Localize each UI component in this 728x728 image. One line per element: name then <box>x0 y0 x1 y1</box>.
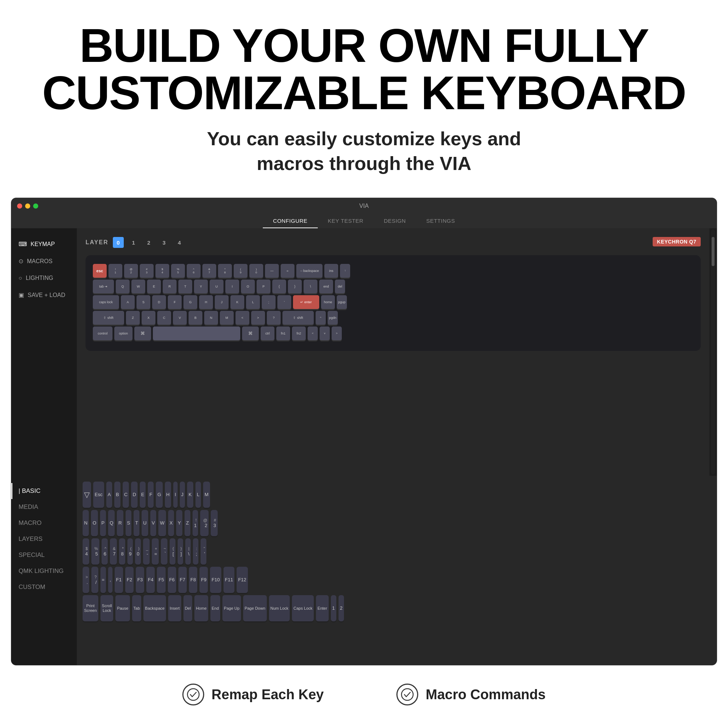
grid-key-e[interactable]: E <box>140 482 146 508</box>
maximize-dot[interactable] <box>33 203 38 209</box>
grid-key-n[interactable]: N <box>83 510 89 536</box>
key-enter[interactable]: ↵ enter <box>293 295 319 309</box>
scrollbar[interactable] <box>711 230 715 474</box>
grid-key-f4[interactable]: F4 <box>146 567 155 593</box>
grid-key-numlock[interactable]: Num Lock <box>269 595 290 621</box>
grid-key-g[interactable]: G <box>156 482 162 508</box>
grid-key-pause[interactable]: Pause <box>115 595 130 621</box>
key-7[interactable]: &7 <box>202 264 216 278</box>
sidebar-item-keymap[interactable]: ⌨ KEYMAP <box>11 236 77 252</box>
key-cmd-left[interactable]: ⌘ <box>134 327 151 340</box>
grid-key-f1[interactable]: F1 <box>115 567 123 593</box>
grid-key-y[interactable]: Y <box>176 510 182 536</box>
key-5[interactable]: %5 <box>171 264 185 278</box>
grid-key-dquote[interactable]: "' <box>200 538 206 564</box>
key-fn1[interactable]: fn1 <box>276 327 290 340</box>
grid-key-empty[interactable]: ▽ <box>83 482 91 508</box>
layer-2[interactable]: 2 <box>144 237 154 248</box>
category-special[interactable]: SPECIAL <box>11 547 77 563</box>
key-3[interactable]: #3 <box>140 264 154 278</box>
key-lbracket[interactable]: { <box>272 280 286 294</box>
grid-key-end2[interactable]: End <box>210 595 220 621</box>
grid-key-f12[interactable]: F12 <box>237 567 248 593</box>
grid-key-colon[interactable]: :; <box>193 538 198 564</box>
layer-4[interactable]: 4 <box>174 237 185 248</box>
grid-key-o[interactable]: O <box>91 510 98 536</box>
grid-key-f[interactable]: F <box>148 482 154 508</box>
grid-key-langle[interactable]: >. <box>83 567 89 593</box>
key-del[interactable]: del <box>335 280 345 294</box>
key-home[interactable]: home <box>321 295 335 309</box>
key-y[interactable]: Y <box>194 280 208 294</box>
key-f[interactable]: F <box>168 295 182 309</box>
grid-key-plus[interactable]: += <box>152 538 158 564</box>
key-d[interactable]: D <box>152 295 166 309</box>
tab-configure[interactable]: CONFIGURE <box>263 214 318 228</box>
key-4[interactable]: $4 <box>155 264 169 278</box>
grid-key-insert[interactable]: Insert <box>168 595 181 621</box>
grid-key-home2[interactable]: Home <box>194 595 208 621</box>
key-cmd-right[interactable]: ⌘ <box>242 327 259 340</box>
grid-key-rbrace[interactable]: }] <box>177 538 184 564</box>
grid-key-at[interactable]: @2 <box>200 510 209 536</box>
grid-key-r[interactable]: R <box>117 510 123 536</box>
key-quote[interactable]: ' <box>277 295 291 309</box>
grid-key-equals2[interactable]: = <box>101 567 106 593</box>
grid-key-excl[interactable]: !1 <box>193 510 198 536</box>
key-ins[interactable]: ins <box>324 264 338 278</box>
key-m[interactable]: M <box>220 311 234 325</box>
grid-key-k[interactable]: K <box>187 482 193 508</box>
grid-key-d[interactable]: D <box>131 482 137 508</box>
key-slash[interactable]: ? <box>267 311 281 325</box>
key-e[interactable]: E <box>147 280 161 294</box>
key-up[interactable]: ^ <box>316 311 326 325</box>
category-macro[interactable]: MACRO <box>11 515 77 531</box>
sidebar-item-macros[interactable]: ⊙ MACROS <box>11 252 77 270</box>
key-q[interactable]: Q <box>116 280 130 294</box>
grid-key-j[interactable]: J <box>180 482 185 508</box>
key-s[interactable]: S <box>136 295 150 309</box>
key-z[interactable]: Z <box>126 311 140 325</box>
grid-key-question[interactable]: ?/ <box>91 567 98 593</box>
grid-key-u[interactable]: U <box>142 510 148 536</box>
key-9[interactable]: (9 <box>234 264 248 278</box>
grid-key-b[interactable]: B <box>114 482 121 508</box>
key-t[interactable]: T <box>178 280 192 294</box>
key-left[interactable]: < <box>307 327 318 340</box>
key-u[interactable]: U <box>210 280 223 294</box>
grid-key-del2[interactable]: Del <box>184 595 193 621</box>
key-8[interactable]: *8 <box>218 264 232 278</box>
key-fn2[interactable]: fn2 <box>292 327 306 340</box>
minimize-dot[interactable] <box>25 203 30 209</box>
grid-key-enter2[interactable]: Enter <box>316 595 328 621</box>
key-v[interactable]: V <box>173 311 187 325</box>
key-tab[interactable]: tab ⇥ <box>93 280 114 294</box>
key-backslash[interactable]: \ <box>304 280 317 294</box>
key-down[interactable]: v <box>320 327 330 340</box>
grid-key-star[interactable]: *8 <box>119 538 125 564</box>
key-l[interactable]: L <box>246 295 260 309</box>
grid-key-a[interactable]: A <box>106 482 112 508</box>
key-option[interactable]: option <box>114 327 133 340</box>
tab-settings[interactable]: SETTINGS <box>416 214 465 228</box>
key-p[interactable]: P <box>257 280 271 294</box>
grid-key-i[interactable]: I <box>173 482 177 508</box>
scrollbar-thumb[interactable] <box>712 237 714 266</box>
key-rbracket[interactable]: } <box>288 280 302 294</box>
grid-key-f9[interactable]: F9 <box>199 567 208 593</box>
tab-key-tester[interactable]: KEY TESTER <box>318 214 374 228</box>
grid-key-amp[interactable]: &7 <box>110 538 117 564</box>
grid-key-percent[interactable]: %5 <box>91 538 99 564</box>
layer-3[interactable]: 3 <box>159 237 170 248</box>
grid-key-s[interactable]: S <box>125 510 132 536</box>
key-ctrl-right[interactable]: ctrl <box>261 327 274 340</box>
key-control[interactable]: control <box>93 327 112 340</box>
key-backspace[interactable]: ←backspace <box>296 264 323 278</box>
grid-key-f7[interactable]: F7 <box>178 567 187 593</box>
key-b[interactable]: B <box>188 311 202 325</box>
key-esc[interactable]: esc <box>93 264 107 278</box>
grid-key-v[interactable]: V <box>150 510 156 536</box>
key-pgup[interactable]: pgup <box>337 295 347 309</box>
grid-key-caret[interactable]: ^6 <box>102 538 108 564</box>
close-dot[interactable] <box>17 203 22 209</box>
